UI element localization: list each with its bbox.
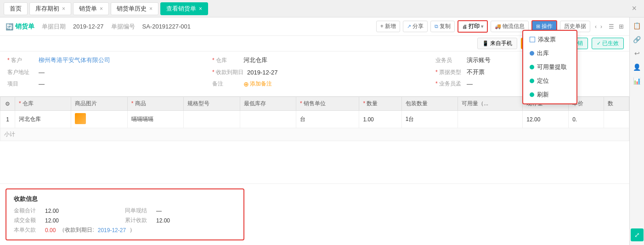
table-row: 1 河北仓库 嗝嗝嗝嗝 台 1.00 1台 12.00 0. (0, 111, 629, 128)
prev-arrow[interactable]: ‹ (593, 23, 599, 31)
copy-icon: ⧉ (435, 23, 438, 29)
date-label: 单据日期 (42, 23, 66, 31)
note-field: 备注 ⊕ 添加备注 (212, 80, 417, 88)
phone-icon: 📱 (482, 40, 489, 46)
cell-spec (184, 111, 240, 128)
share-icon: ↗ (407, 23, 411, 29)
warehouse-label: 仓库 (212, 57, 240, 64)
customer-field: 客户 柳州粤港平安气体有限公司 (7, 56, 212, 64)
amount-total-label: 金额合计 (14, 207, 41, 215)
project-value: — (39, 80, 45, 87)
tab-view-sales[interactable]: 查看销货单 × (160, 2, 208, 15)
sidebar-return-icon[interactable]: ↩ (631, 47, 644, 60)
available-label: 可用量提取 (537, 63, 567, 71)
outstanding-date: 2019-12-27 (98, 227, 126, 234)
tab-sales-history[interactable]: 销货单历史 × (111, 2, 158, 15)
addr-label: 客户地址 (7, 68, 35, 76)
locate-icon (530, 79, 534, 83)
dropdown-item-locate[interactable]: 定位 (523, 74, 576, 88)
right-sidebar: 📋 🔗 ↩ 👤 📊 ⤢ (629, 17, 644, 245)
share-button[interactable]: ↗ 分享 (403, 21, 428, 32)
available-icon (530, 65, 534, 69)
warehouse-value: 河北仓库 (243, 56, 267, 64)
print-button[interactable]: 🖨 打印 ▾ (458, 20, 488, 33)
cumulative-value: 12.00 (156, 217, 170, 224)
tab-home[interactable]: 首页 (4, 2, 28, 15)
tab-close-sales-history[interactable]: × (149, 6, 153, 12)
sidebar-user-icon[interactable]: 👤 (631, 61, 644, 74)
col-warehouse: 仓库 (15, 97, 71, 111)
dropdown-item-outbound[interactable]: 出库 (523, 46, 576, 60)
dropdown-item-refresh[interactable]: 刷新 (523, 88, 576, 102)
dropdown-item-invoice[interactable]: 添发票 (523, 33, 576, 46)
tab-inventory[interactable]: 库存期初 × (29, 2, 71, 15)
tab-close-view-sales[interactable]: × (199, 6, 202, 12)
same-order-value: — (156, 208, 162, 214)
doc-actions: + 新增 ↗ 分享 ⧉ 复制 🖨 打印 ▾ 🚚 物流信息 (376, 20, 624, 33)
staff2-value: — (467, 80, 473, 87)
product-image (75, 113, 86, 124)
payment-info-title: 收款信息 (14, 195, 236, 203)
cell-unit-price: 0. (569, 111, 604, 128)
grid-view-icon[interactable]: ⊞ (619, 23, 624, 30)
tab-close-sales[interactable]: × (100, 6, 103, 12)
col-amount: 数 (604, 97, 629, 111)
cell-quantity: 1.00 (359, 111, 401, 128)
invoice-value: 不开票 (467, 68, 485, 76)
add-note-button[interactable]: ⊕ 添加备注 (243, 80, 272, 88)
cumulative-row: 累计收款 12.00 (125, 217, 236, 224)
col-product: 商品 (127, 97, 183, 111)
same-order-label: 同单现结 (125, 207, 153, 215)
sidebar-link-icon[interactable]: 🔗 (631, 33, 644, 46)
tab-close-inventory[interactable]: × (62, 6, 65, 12)
cell-index: 1 (0, 111, 15, 128)
col-min-stock: 最低库存 (240, 97, 296, 111)
effective-button[interactable]: ✓ 已生效 (592, 38, 624, 49)
outbound-icon (530, 51, 534, 56)
cell-product: 嗝嗝嗝嗝 (127, 111, 183, 128)
add-button[interactable]: + 新增 (376, 21, 400, 32)
tab-sales[interactable]: 销货单 × (73, 2, 109, 15)
logistics-icon: 🚚 (495, 23, 501, 29)
sidebar-chart-icon[interactable]: 📊 (631, 74, 644, 87)
cell-current-stock: 12.00 (523, 111, 569, 128)
cell-available (458, 111, 523, 128)
col-package-qty: 包装数量 (401, 97, 458, 111)
warehouse-field: 仓库 河北仓库 (212, 56, 417, 64)
staff-value: 演示账号 (467, 56, 491, 64)
dropdown-item-available[interactable]: 可用量提取 (523, 60, 576, 74)
number-value: SA-20191227-001 (142, 23, 191, 30)
payment-date-label: 收款到期日 (212, 68, 243, 76)
add-note-icon: ⊕ (243, 80, 249, 88)
outbound-label: 出库 (537, 49, 549, 57)
number-label: 单据编号 (111, 23, 135, 31)
cell-min-stock (240, 111, 296, 128)
payment-date-value: 2019-12-27 (247, 69, 278, 76)
invoice-label: 添发票 (538, 35, 556, 44)
sidebar-clipboard-icon[interactable]: 📋 (631, 19, 644, 32)
subtotal-row: 小计 (0, 128, 629, 141)
col-available: 可用量（... (458, 97, 523, 111)
invoice-label: 票据类型 (435, 68, 463, 76)
staff-field: 业务员 演示账号 (417, 56, 622, 64)
date-value: 2019-12-27 (73, 23, 104, 30)
staff-label: 业务员 (435, 57, 463, 64)
amount-total-value: 12.00 (45, 208, 59, 214)
staff2-field: 业务员孟 — (417, 80, 622, 88)
effective-icon: ✓ (597, 40, 601, 46)
sidebar-expand-icon[interactable]: ⤢ (631, 228, 644, 241)
from-phone-button[interactable]: 📱 来自手机 (477, 38, 517, 49)
outstanding-note: （收款到期日: (59, 226, 94, 234)
refresh-icon (530, 92, 534, 97)
copy-button[interactable]: ⧉ 复制 (430, 21, 455, 32)
nav-arrows: ‹ › (593, 23, 604, 31)
list-view-icon[interactable]: ☰ (609, 23, 614, 30)
table-container: ⚙ 仓库 商品图片 商品 规格型号 最低库存 销售单位 数量 包装数量 可用量（… (0, 97, 629, 184)
cell-amount (604, 111, 629, 128)
locate-label: 定位 (537, 77, 549, 85)
staff2-label: 业务员孟 (435, 80, 463, 88)
close-all-button[interactable]: × (628, 4, 640, 13)
subtotal-label: 小计 (0, 128, 629, 141)
operate-dropdown: 添发票 出库 可用量提取 定位 刷新 (522, 30, 577, 104)
next-arrow[interactable]: › (599, 23, 604, 31)
